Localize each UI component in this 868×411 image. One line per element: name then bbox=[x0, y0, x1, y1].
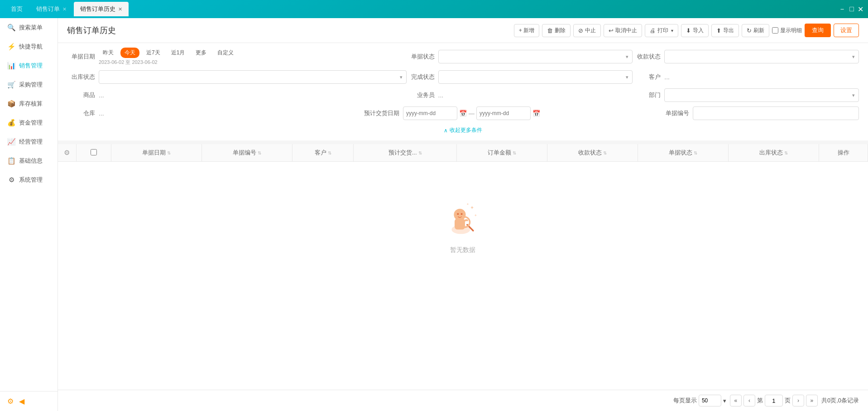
th-customer[interactable]: 客户 ⇅ bbox=[293, 144, 354, 162]
sidebar-item-quick-nav[interactable]: ⚡ 快捷导航 bbox=[0, 37, 58, 56]
new-button[interactable]: + 新增 bbox=[514, 24, 539, 37]
per-page-input[interactable] bbox=[699, 395, 721, 406]
date-btn-yesterday[interactable]: 昨天 bbox=[99, 48, 118, 58]
cancel-stop-button[interactable]: ↩ 取消中止 bbox=[604, 24, 642, 37]
th-date[interactable]: 单据日期 ⇅ bbox=[111, 144, 202, 162]
filter-row-2: 出库状态 ▾ 完成状态 ▾ bbox=[67, 70, 859, 84]
completion-status-select[interactable]: ▾ bbox=[438, 70, 633, 84]
th-order-status[interactable]: 单据状态 ⇅ bbox=[638, 144, 729, 162]
filter-dept-control[interactable]: ▾ bbox=[664, 88, 859, 102]
filter-warehouse: 仓库 ... bbox=[67, 109, 364, 117]
filter-completion-status-control[interactable]: ▾ bbox=[438, 70, 633, 84]
sidebar-item-inventory-check[interactable]: 📦 库存核算 bbox=[0, 94, 58, 113]
tab-sales-order[interactable]: 销售订单 ✕ bbox=[30, 2, 73, 16]
export-button[interactable]: ⬆ 导出 bbox=[711, 24, 739, 37]
refresh-button[interactable]: ↻ 刷新 bbox=[742, 24, 769, 37]
sidebar-item-sales-mgmt[interactable]: 📊 销售管理 bbox=[0, 56, 58, 75]
page-number-input[interactable] bbox=[765, 395, 783, 406]
sidebar-search[interactable]: 🔍 搜索菜单 bbox=[0, 18, 58, 37]
sort-number[interactable]: 单据编号 ⇅ bbox=[233, 149, 261, 157]
customer-dots[interactable]: ... bbox=[664, 73, 670, 81]
sort-order-status[interactable]: 单据状态 ⇅ bbox=[669, 149, 697, 157]
sort-customer[interactable]: 客户 ⇅ bbox=[315, 149, 331, 157]
last-page-button[interactable]: » bbox=[806, 395, 818, 406]
window-close[interactable]: ✕ bbox=[858, 5, 863, 14]
import-button[interactable]: ⬇ 导入 bbox=[681, 24, 709, 37]
receipt-status-select[interactable]: ▾ bbox=[664, 50, 859, 63]
select-all-checkbox[interactable] bbox=[91, 149, 97, 155]
column-settings-icon[interactable]: ⚙ bbox=[64, 149, 70, 156]
sidebar-item-ops-mgmt-label: 经营管理 bbox=[19, 138, 43, 146]
filter-warehouse-status-control[interactable]: ▾ bbox=[99, 70, 407, 84]
collapse-row[interactable]: ∧ 收起更多条件 bbox=[67, 125, 859, 136]
sort-expected-delivery[interactable]: 预计交货... ⇅ bbox=[388, 149, 422, 157]
sidebar-item-purchase-mgmt[interactable]: 🛒 采购管理 bbox=[0, 75, 58, 94]
query-button[interactable]: 查询 bbox=[805, 24, 831, 37]
date-btn-custom[interactable]: 自定义 bbox=[213, 48, 238, 58]
sort-date[interactable]: 单据日期 ⇅ bbox=[142, 149, 171, 157]
sales-rep-dots[interactable]: ... bbox=[438, 92, 444, 99]
tab-sales-order-history[interactable]: 销售订单历史 ✕ bbox=[74, 2, 129, 16]
date-btn-today[interactable]: 今天 bbox=[120, 48, 139, 58]
sidebar-item-sales-mgmt-label: 销售管理 bbox=[19, 62, 43, 70]
th-warehouse-status[interactable]: 出库状态 ⇅ bbox=[729, 144, 819, 162]
th-settings[interactable]: ⚙ bbox=[58, 144, 76, 162]
window-maximize[interactable]: □ bbox=[849, 5, 854, 13]
order-status-select[interactable]: ▾ bbox=[438, 50, 633, 63]
sort-receipt-status[interactable]: 收款状态 ⇅ bbox=[578, 149, 607, 157]
sidebar-search-label: 搜索菜单 bbox=[19, 24, 43, 32]
sidebar-item-ops-mgmt[interactable]: 📈 经营管理 bbox=[0, 132, 58, 151]
date-btn-7days[interactable]: 近7天 bbox=[142, 48, 164, 58]
filter-row-1: 单据日期 昨天 今天 近7天 近1月 更多 自定义 2023-06-02 至 2… bbox=[67, 48, 859, 66]
goods-dots[interactable]: ... bbox=[99, 92, 104, 99]
delete-button[interactable]: 🗑 删除 bbox=[542, 24, 571, 37]
sort-order-amount[interactable]: 订单金额 ⇅ bbox=[488, 149, 516, 157]
display-details-checkbox[interactable] bbox=[772, 27, 778, 34]
expected-delivery-from[interactable] bbox=[403, 106, 457, 120]
close-sales-order-tab[interactable]: ✕ bbox=[62, 6, 67, 12]
display-details-checkbox-label[interactable]: 显示明细 bbox=[772, 27, 802, 34]
dept-select[interactable]: ▾ bbox=[664, 88, 859, 102]
prev-page-button[interactable]: ‹ bbox=[743, 395, 755, 406]
filter-order-status-control[interactable]: ▾ bbox=[438, 50, 633, 63]
th-number[interactable]: 单据编号 ⇅ bbox=[202, 144, 293, 162]
receipt-status-arrow: ▾ bbox=[852, 54, 855, 60]
filter-goods-control: ... bbox=[99, 92, 407, 99]
filter-expected-delivery-control: 📅 — 📅 bbox=[403, 106, 661, 120]
window-minimize[interactable]: － bbox=[839, 5, 846, 14]
stop-button[interactable]: ⊘ 中止 bbox=[573, 24, 601, 37]
warehouse-dots[interactable]: ... bbox=[99, 110, 104, 117]
settings-button[interactable]: 设置 bbox=[834, 24, 859, 37]
calendar-to-icon[interactable]: 📅 bbox=[532, 110, 540, 117]
refresh-icon: ↻ bbox=[747, 27, 752, 34]
expected-delivery-to[interactable] bbox=[476, 106, 531, 120]
tab-home[interactable]: 首页 bbox=[5, 2, 29, 16]
top-bar: 首页 销售订单 ✕ 销售订单历史 ✕ － □ ✕ bbox=[0, 0, 868, 18]
svg-point-4 bbox=[461, 213, 463, 215]
warehouse-status-select[interactable]: ▾ bbox=[99, 70, 407, 84]
sidebar-item-basic-info[interactable]: 📋 基础信息 bbox=[0, 151, 58, 170]
sort-warehouse-status[interactable]: 出库状态 ⇅ bbox=[759, 149, 788, 157]
date-btn-more[interactable]: 更多 bbox=[192, 48, 211, 58]
next-page-icon: › bbox=[797, 397, 799, 404]
date-btn-1month[interactable]: 近1月 bbox=[167, 48, 189, 58]
sidebar-settings-icon[interactable]: ⚙ bbox=[7, 397, 14, 406]
sidebar-collapse-icon[interactable]: ◀ bbox=[19, 397, 24, 406]
filter-receipt-status-control[interactable]: ▾ bbox=[664, 50, 859, 63]
print-button[interactable]: 🖨 打印 bbox=[645, 24, 678, 37]
close-sales-history-tab[interactable]: ✕ bbox=[118, 6, 122, 12]
sidebar-item-funds-mgmt[interactable]: 💰 资金管理 bbox=[0, 113, 58, 132]
next-page-button[interactable]: › bbox=[792, 395, 804, 406]
filter-order-number-control bbox=[693, 106, 859, 120]
th-expected-delivery[interactable]: 预计交货... ⇅ bbox=[354, 144, 456, 162]
per-page-arrow[interactable]: ▾ bbox=[723, 397, 726, 404]
filter-date: 单据日期 昨天 今天 近7天 近1月 更多 自定义 2023-06-02 至 2… bbox=[67, 48, 407, 66]
th-order-amount[interactable]: 订单金额 ⇅ bbox=[456, 144, 547, 162]
order-number-input[interactable] bbox=[693, 106, 859, 120]
empty-row: ✦ ✦ ✦ 暂无数据 bbox=[58, 162, 868, 291]
first-page-button[interactable]: « bbox=[730, 395, 742, 406]
calendar-from-icon[interactable]: 📅 bbox=[459, 110, 467, 117]
th-receipt-status[interactable]: 收款状态 ⇅ bbox=[547, 144, 638, 162]
sidebar-item-sys-mgmt[interactable]: ⚙ 系统管理 bbox=[0, 170, 58, 189]
import-button-label: 导入 bbox=[693, 27, 704, 34]
